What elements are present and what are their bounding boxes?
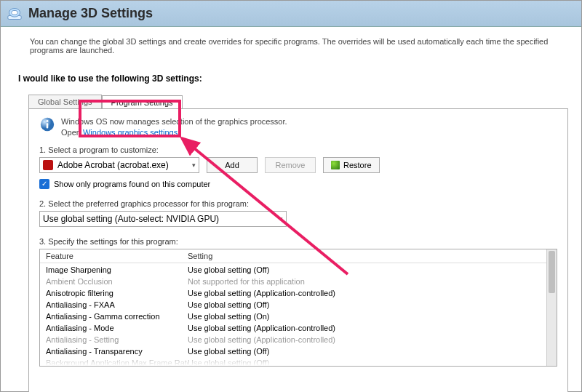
chevron-down-icon: ▾ [279, 215, 283, 223]
setting-cell: Use global setting (Application-controll… [188, 322, 335, 334]
tab-strip: Global Settings Program Settings [28, 91, 568, 108]
show-only-found-label: Show only programs found on this compute… [54, 180, 210, 188]
scrollbar-thumb[interactable] [549, 251, 555, 293]
setting-cell: Use global setting (Off) [188, 357, 269, 366]
setting-cell: Use global setting (Application-controll… [188, 287, 335, 299]
step3-label: 3. Specify the settings for this program… [39, 237, 557, 246]
feature-cell: Anisotropic filtering [46, 287, 188, 299]
feature-cell: Antialiasing - Setting [46, 334, 188, 345]
setting-cell: Use global setting (On) [188, 311, 270, 322]
nvidia-icon [331, 161, 340, 169]
program-select[interactable]: Adobe Acrobat (acrobat.exe) ▾ [39, 157, 199, 173]
vertical-scrollbar[interactable] [546, 249, 557, 366]
step1-label: 1. Select a program to customize: [39, 145, 557, 154]
remove-button: Remove [265, 157, 316, 173]
feature-cell: Ambient Occlusion [46, 276, 188, 287]
info-line2-prefix: Open [61, 128, 83, 137]
show-only-found-checkbox[interactable]: ✓ [39, 179, 49, 189]
feature-cell: Antialiasing - Transparency [46, 345, 188, 357]
section-heading: I would like to use the following 3D set… [1, 60, 581, 88]
info-text: Windows OS now manages selection of the … [61, 116, 287, 138]
settings-table-inner[interactable]: Feature Setting Image SharpeningUse glob… [40, 249, 546, 366]
graphics-processor-value: Use global setting (Auto-select: NVIDIA … [43, 214, 219, 224]
settings-table: Feature Setting Image SharpeningUse glob… [39, 249, 557, 367]
title-bar: Manage 3D Settings [1, 1, 581, 27]
table-row[interactable]: Background Application Max Frame RateUse… [46, 357, 541, 366]
app-icon [7, 7, 23, 21]
settings-window: Manage 3D Settings You can change the gl… [0, 0, 582, 392]
table-row[interactable]: Antialiasing - TransparencyUse global se… [46, 345, 541, 357]
svg-point-2 [12, 10, 17, 15]
setting-cell: Use global setting (Application-controll… [188, 334, 335, 345]
setting-cell: Use global setting (Off) [188, 345, 269, 357]
windows-graphics-settings-link[interactable]: Windows graphics settings [83, 128, 178, 137]
feature-cell: Image Sharpening [46, 264, 188, 276]
tab-program-settings[interactable]: Program Settings [102, 95, 183, 109]
setting-cell: Use global setting (Off) [188, 264, 269, 276]
svg-point-4 [47, 120, 49, 122]
info-banner: Windows OS now manages selection of the … [39, 116, 557, 138]
info-line1: Windows OS now manages selection of the … [61, 117, 287, 126]
svg-rect-5 [47, 123, 49, 128]
feature-cell: Antialiasing - Gamma correction [46, 311, 188, 322]
restore-button[interactable]: Restore [323, 157, 380, 173]
table-row[interactable]: Antialiasing - SettingUse global setting… [46, 334, 541, 345]
col-setting: Setting [188, 252, 212, 260]
chevron-down-icon: ▾ [192, 161, 196, 169]
table-row[interactable]: Ambient OcclusionNot supported for this … [46, 276, 541, 287]
settings-panel: Global Settings Program Settings Windows… [28, 91, 568, 392]
settings-table-header: Feature Setting [40, 249, 546, 263]
tab-body-program-settings: Windows OS now manages selection of the … [28, 108, 568, 392]
add-button[interactable]: Add [207, 157, 258, 173]
setting-cell: Use global setting (Off) [188, 299, 269, 311]
program-select-value: Adobe Acrobat (acrobat.exe) [57, 160, 169, 170]
show-only-found-row[interactable]: ✓ Show only programs found on this compu… [39, 179, 557, 189]
page-title: Manage 3D Settings [28, 6, 153, 21]
step1-row: Adobe Acrobat (acrobat.exe) ▾ Add Remove… [39, 157, 557, 173]
settings-table-body: Image SharpeningUse global setting (Off)… [40, 263, 546, 366]
feature-cell: Antialiasing - Mode [46, 322, 188, 334]
table-row[interactable]: Anisotropic filteringUse global setting … [46, 287, 541, 299]
feature-cell: Antialiasing - FXAA [46, 299, 188, 311]
tab-global-settings[interactable]: Global Settings [28, 95, 102, 108]
feature-cell: Background Application Max Frame Rate [46, 357, 188, 366]
info-icon [39, 116, 55, 132]
table-row[interactable]: Antialiasing - ModeUse global setting (A… [46, 322, 541, 334]
graphics-processor-select[interactable]: Use global setting (Auto-select: NVIDIA … [39, 211, 287, 227]
table-row[interactable]: Image SharpeningUse global setting (Off) [46, 264, 541, 276]
col-feature: Feature [46, 252, 188, 260]
setting-cell: Not supported for this application [188, 276, 305, 287]
acrobat-icon [43, 160, 53, 170]
table-row[interactable]: Antialiasing - Gamma correctionUse globa… [46, 311, 541, 322]
page-description: You can change the global 3D settings an… [1, 27, 581, 60]
step2-label: 2. Select the preferred graphics process… [39, 199, 557, 208]
table-row[interactable]: Antialiasing - FXAAUse global setting (O… [46, 299, 541, 311]
